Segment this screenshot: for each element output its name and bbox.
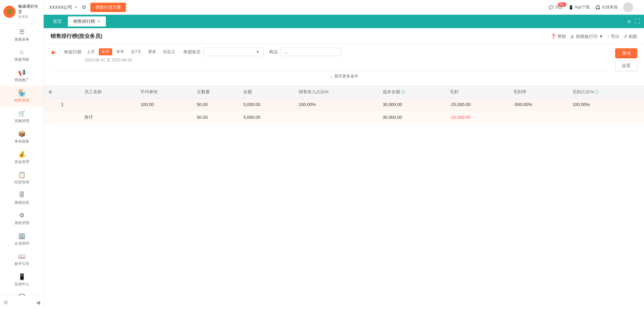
footer-rank: [57, 111, 80, 124]
tab-home[interactable]: 首页: [48, 16, 67, 27]
date-tab-last-month[interactable]: 上月: [84, 48, 97, 55]
service-icon: 🎧: [595, 5, 600, 10]
sidebar-label-operations: 经营管理: [14, 180, 29, 185]
sidebar-item-basic[interactable]: 🗄 基础信息: [0, 188, 43, 208]
filter-row: 单据日期 上月 本月 本年 近7天 更多 自定义 单据状态: [64, 48, 608, 56]
company-settings-icon[interactable]: ⚙: [82, 4, 86, 10]
sidebar-item-sales[interactable]: 🏪 销售管理: [0, 86, 43, 106]
expand-chevron-icon: ⌄: [330, 74, 333, 79]
sidebar-item-operations[interactable]: 📋 经营管理: [0, 168, 43, 188]
date-range-text: 2023-06-01 至 2023-06-30: [85, 58, 132, 62]
refresh-icon: ↺: [624, 34, 627, 39]
status-select[interactable]: ▼: [203, 48, 264, 56]
message-icon: 💬: [549, 5, 554, 10]
col-gross-rate: 毛利率: [509, 86, 568, 99]
app-download-icon: 📱: [568, 5, 573, 10]
trial-button[interactable]: 体验行业方案: [90, 3, 126, 12]
col-name: 员工名称: [80, 86, 136, 99]
cell-gross-pct: 100.00%: [568, 99, 644, 111]
print-chevron-icon: ▼: [599, 34, 603, 39]
footer-quantity: 50.00: [193, 111, 240, 124]
cell-settings: [44, 99, 57, 111]
cell-rank: 1: [57, 99, 80, 111]
refresh-button[interactable]: ↺ 刷新: [624, 34, 637, 40]
sidebar-item-search[interactable]: ☰ 搜索菜单: [0, 25, 43, 45]
sidebar-item-appstore[interactable]: 📱 应用中心: [0, 270, 43, 290]
col-settings[interactable]: ⚙: [44, 86, 57, 99]
tab-sales-ranking-label: 销售排行榜: [73, 18, 95, 24]
col-avg-price: 平均单价: [136, 86, 192, 99]
cell-avg-price: 100.00: [136, 99, 192, 111]
guide-icon: 📖: [18, 253, 26, 260]
message-group[interactable]: 💬 消息 99+: [549, 4, 563, 10]
date-tab-7days[interactable]: 近7天: [128, 48, 144, 55]
marketing-icon: 📢: [18, 69, 26, 76]
date-tab-more[interactable]: 更多: [145, 48, 159, 55]
home-icon: ⌂: [20, 49, 24, 56]
goods-filter-item: 商品 ...: [269, 48, 341, 56]
refresh-label: 刷新: [629, 34, 637, 40]
query-button[interactable]: 查询: [615, 48, 637, 58]
app-download-group[interactable]: 📱 App下载: [568, 4, 590, 10]
help-button[interactable]: ❓ 帮助: [551, 34, 566, 40]
date-tab-this-month[interactable]: 本月: [99, 48, 112, 55]
sales-icon: 🏪: [18, 89, 26, 97]
tab-sales-ranking[interactable]: 销售排行榜 ✕: [68, 16, 106, 27]
cost-info-icon: ⓘ: [401, 90, 405, 94]
sidebar-item-quick[interactable]: ⌂ 快捷导航: [0, 45, 43, 65]
sidebar-label-system: 系统管理: [14, 220, 29, 225]
goods-input[interactable]: ...: [281, 48, 341, 56]
sidebar-label-appstore: 应用中心: [14, 282, 29, 287]
footer-settings: [44, 111, 57, 124]
sidebar-item-marketing[interactable]: 📢 营销推广: [0, 65, 43, 86]
header-right: 💬 消息 99+ 📱 App下载 🎧 在线客服: [549, 2, 639, 12]
tab-close-window-icon[interactable]: ✕: [627, 18, 631, 25]
col-cost: 成本全额 ⓘ: [379, 86, 446, 99]
sidebar-item-enterprise[interactable]: 🏢 企业协同: [0, 229, 43, 249]
sidebar-label-inventory: 库存核算: [14, 139, 29, 144]
wechat-icon: 💬: [18, 294, 26, 296]
tab-close-icon[interactable]: ✕: [97, 19, 100, 24]
system-icon: ⚙: [19, 212, 25, 219]
tab-home-label: 首页: [53, 18, 62, 24]
settings-footer-icon[interactable]: ⚙: [3, 299, 8, 306]
sidebar-item-system[interactable]: ⚙ 系统管理: [0, 208, 43, 229]
footer-avg-price: [136, 111, 192, 124]
status-filter-item: 单据状态 ▼: [183, 48, 264, 56]
date-tab-this-year[interactable]: 本年: [114, 48, 127, 55]
app-sub: 标准版: [18, 14, 40, 19]
footer-amount: 5,000.00: [239, 111, 294, 124]
company-selector[interactable]: XXXXX公司 ▼: [49, 4, 78, 10]
export-button[interactable]: ↑ 导出: [607, 34, 620, 40]
print-button[interactable]: 🖨 按模板打印 ▼: [570, 34, 603, 40]
sidebar-item-finance[interactable]: 💰 资金管理: [0, 147, 43, 168]
user-avatar[interactable]: [623, 2, 633, 12]
sidebar-item-guide[interactable]: 📖 新手引导: [0, 249, 43, 270]
sidebar-label-sales: 销售管理: [14, 98, 29, 103]
filter-section: ▶ 单据日期 上月 本月 本年 近7天 更多 自定义: [50, 48, 637, 71]
finance-icon: 💰: [18, 151, 26, 158]
date-tabs: 上月 本月 本年 近7天 更多 自定义: [84, 48, 178, 55]
filter-collapse-icon[interactable]: ▶: [50, 48, 57, 57]
collapse-sidebar-icon[interactable]: ◀: [36, 299, 40, 306]
export-icon: ↑: [607, 34, 610, 39]
filter-settings-button[interactable]: 设置: [615, 60, 637, 71]
main-area: XXXXX公司 ▼ ⚙ 体验行业方案 💬 消息 99+ 📱 App下载 🎧 在线…: [44, 0, 644, 309]
page-header: 销售排行榜(按业务员) ❓ 帮助 🖨 按模板打印 ▼ ↑ 导出 ↺ 刷新: [44, 28, 644, 44]
tab-bar-right: ✕ ⛶: [627, 18, 640, 25]
sidebar-item-wechat[interactable]: 💬 企业微信: [0, 290, 43, 296]
goods-placeholder: ...: [284, 49, 288, 54]
app-name: 畅康通好生意: [18, 4, 40, 14]
sidebar-item-purchase[interactable]: 🛒 采购管理: [0, 106, 43, 127]
date-filter-item: 单据日期 上月 本月 本年 近7天 更多 自定义: [64, 48, 178, 55]
sidebar-item-inventory[interactable]: 📦 库存核算: [0, 127, 43, 147]
service-group[interactable]: 🎧 在线客服: [595, 4, 618, 10]
export-label: 导出: [611, 34, 619, 40]
sidebar-label-search: 搜索菜单: [14, 37, 29, 42]
inventory-icon: 📦: [18, 130, 26, 138]
cell-amount: 5,000.00: [239, 99, 294, 111]
expand-conditions-button[interactable]: ⌄ 展开更多条件: [330, 73, 358, 79]
tab-maximize-icon[interactable]: ⛶: [635, 18, 640, 25]
date-tab-custom[interactable]: 自定义: [160, 48, 178, 55]
footer-gross-pct: [568, 111, 644, 124]
